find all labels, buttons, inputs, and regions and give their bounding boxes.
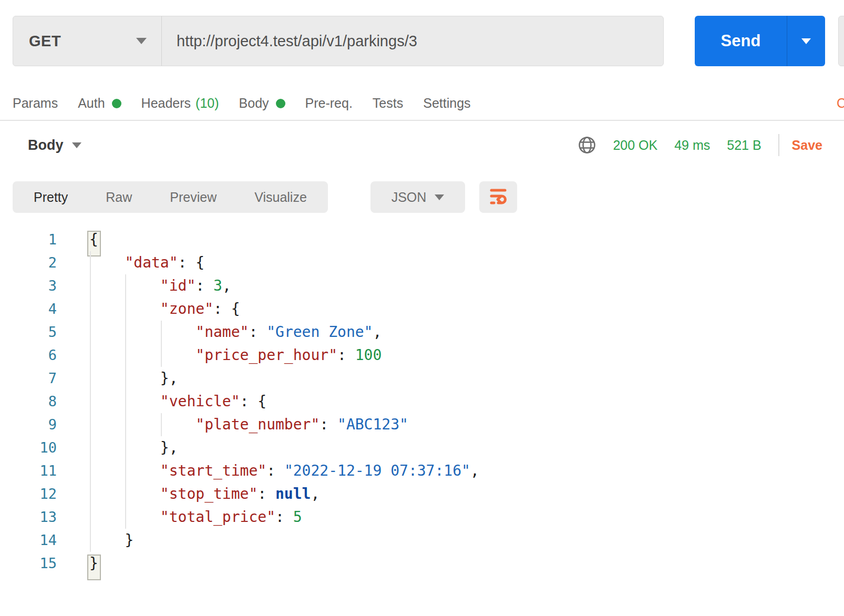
tab-headers[interactable]: Headers (10) [141,96,219,111]
save-response-link[interactable]: Save [792,138,822,153]
code-line: 4 "zone": { [0,297,844,321]
save-request-button-partial[interactable] [838,16,844,66]
tab-settings[interactable]: Settings [423,96,470,111]
code-line: 2 "data": { [0,251,844,274]
method-label: GET [29,33,61,50]
code-line: 1{ [0,228,844,251]
tab-pre-request-label: Pre-req. [305,96,353,111]
code-line: 15} [0,552,844,575]
tab-pre-request[interactable]: Pre-req. [305,96,353,111]
line-number: 12 [0,482,57,506]
line-number: 8 [0,390,57,413]
indent-guide [161,321,162,344]
code-line: 8 "vehicle": { [0,390,844,413]
chevron-down-icon [801,38,811,44]
line-number: 14 [0,529,57,552]
url-input[interactable]: http://project4.test/api/v1/parkings/3 [162,16,663,66]
indent-guide [90,367,91,390]
code-line: 3 "id": 3, [0,274,844,297]
line-number: 13 [0,506,57,529]
method-select[interactable]: GET [13,16,162,66]
indent-guide [90,413,91,436]
section-divider [0,120,844,121]
code-text: } [89,529,133,552]
tab-tests[interactable]: Tests [373,96,403,111]
response-body-select-label: Body [28,137,64,153]
indent-guide [90,529,91,552]
indent-guide [90,251,91,274]
send-button-label[interactable]: Send [695,16,787,66]
tab-body[interactable]: Body [239,96,285,111]
code-text: "start_time": "2022-12-19 07:37:16", [89,459,479,482]
line-number: 3 [0,274,57,297]
line-number: 6 [0,344,57,367]
code-line: 6 "price_per_hour": 100 [0,344,844,367]
indent-guide [125,459,126,482]
indent-guide [125,344,126,367]
indent-guide [90,321,91,344]
code-text: "vehicle": { [89,390,266,413]
indent-guide [125,274,126,297]
code-text: "stop_time": null, [89,482,320,506]
code-line: 14 } [0,529,844,552]
response-body-code[interactable]: 1{2 "data": {3 "id": 3,4 "zone": {5 "nam… [0,228,844,575]
cookies-link-partial[interactable]: C [837,87,844,120]
code-text: "name": "Green Zone", [89,321,382,344]
indent-guide [125,367,126,390]
response-format-select[interactable]: JSON [370,181,465,213]
tab-visualize[interactable]: Visualize [254,190,307,205]
code-line: 12 "stop_time": null, [0,482,844,506]
response-size: 521 B [727,138,761,153]
response-meta: 200 OK 49 ms 521 B Save [577,131,822,159]
response-body-select[interactable]: Body [28,131,81,159]
line-number: 4 [0,297,57,321]
indent-guide [90,506,91,529]
send-button[interactable]: Send [695,16,825,66]
indent-guide [125,506,126,529]
response-view-tabs: Pretty Raw Preview Visualize [13,181,328,213]
tab-auth[interactable]: Auth [78,96,121,111]
tab-tests-label: Tests [373,96,403,111]
line-number: 10 [0,436,57,459]
code-text: "total_price": 5 [89,506,302,529]
line-number: 1 [0,228,57,251]
body-status-dot [276,99,285,108]
wrap-lines-button[interactable] [479,181,517,213]
status-badge: 200 OK [613,138,657,153]
tab-preview[interactable]: Preview [170,190,217,205]
indent-guide [125,482,126,506]
headers-count-badge: (10) [195,96,219,111]
tab-settings-label: Settings [423,96,470,111]
response-format-label: JSON [392,190,427,205]
chevron-down-icon [72,142,81,148]
tab-params-label: Params [13,96,58,111]
chevron-down-icon [136,38,147,44]
code-line: 13 "total_price": 5 [0,506,844,529]
indent-guide [125,297,126,321]
indent-guide [90,344,91,367]
code-text: }, [89,436,178,459]
indent-guide [90,436,91,459]
code-text: "price_per_hour": 100 [89,344,382,367]
request-url-bar: GET http://project4.test/api/v1/parkings… [13,16,664,66]
indent-guide [90,459,91,482]
indent-guide [125,390,126,413]
indent-guide [90,297,91,321]
response-time: 49 ms [674,138,710,153]
divider [778,134,779,156]
code-text: }, [89,367,178,390]
tab-raw[interactable]: Raw [106,190,132,205]
chevron-down-icon [435,194,444,200]
indent-guide [90,482,91,506]
code-text: } [89,552,98,575]
line-number: 11 [0,459,57,482]
line-number: 9 [0,413,57,436]
send-options-button[interactable] [787,16,825,66]
tab-pretty[interactable]: Pretty [34,190,68,205]
indent-guide [90,390,91,413]
line-number: 7 [0,367,57,390]
code-line: 11 "start_time": "2022-12-19 07:37:16", [0,459,844,482]
tab-params[interactable]: Params [13,96,58,111]
indent-guide [125,413,126,436]
indent-guide [125,436,126,459]
